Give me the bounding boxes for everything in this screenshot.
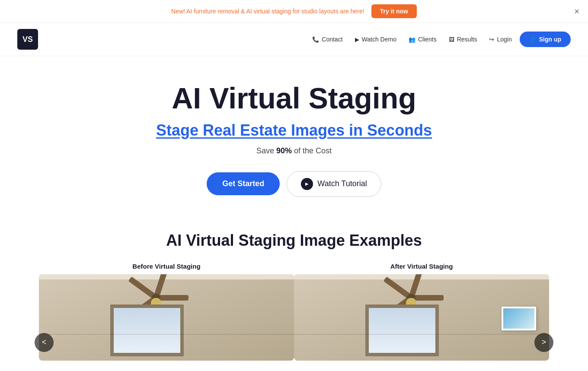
nav-item-results[interactable]: 🖼 Results [444, 33, 482, 45]
wall-painting [502, 307, 536, 330]
hero-subtitle: Stage Real Estate Images in Seconds [9, 121, 579, 140]
before-label: Before Virtual Staging [39, 263, 294, 270]
hero-title: AI Virtual Staging [9, 82, 579, 114]
user-icon: 👤 [529, 36, 537, 43]
wall-line-after [294, 334, 549, 335]
examples-wrapper: Before Virtual Staging [35, 263, 553, 361]
login-icon: ↪ [489, 36, 494, 43]
examples-grid: Before Virtual Staging [35, 263, 553, 361]
announcement-text: New! AI furniture removal & AI virtual s… [171, 8, 364, 15]
nav-item-watch-demo[interactable]: ▶ Watch Demo [351, 33, 401, 45]
nav-item-login[interactable]: ↪ Login [485, 33, 516, 45]
clients-icon: 👥 [409, 36, 415, 43]
logo: VS [17, 29, 38, 50]
phone-icon: 📞 [312, 36, 319, 43]
nav-link-login[interactable]: ↪ Login [485, 33, 516, 45]
announcement-bar: New! AI furniture removal & AI virtual s… [0, 0, 588, 23]
hero-section: AI Virtual Staging Stage Real Estate Ima… [0, 56, 588, 214]
hero-buttons: Get Started ▶ Watch Tutorial [9, 171, 579, 197]
wall-line [39, 334, 294, 335]
nav-link-results[interactable]: 🖼 Results [444, 33, 482, 45]
nav-link-clients[interactable]: 👥 Clients [404, 33, 441, 45]
before-column: Before Virtual Staging [39, 263, 294, 361]
examples-section: AI Virtual Staging Image Examples Before… [0, 214, 588, 361]
play-circle-icon: ▶ [301, 178, 313, 190]
close-announcement-button[interactable]: × [574, 7, 579, 16]
before-room-bg [39, 274, 294, 361]
nav-item-clients[interactable]: 👥 Clients [404, 33, 441, 45]
prev-button[interactable]: < [35, 333, 54, 352]
navigation: VS 📞 Contact ▶ Watch Demo 👥 Clients 🖼 Re… [0, 23, 588, 56]
hero-save-text: Save 90% of the Cost [9, 146, 579, 155]
signup-button[interactable]: 👤 Sign up [520, 32, 571, 47]
after-room-bg [294, 274, 549, 361]
nav-links: 📞 Contact ▶ Watch Demo 👥 Clients 🖼 Resul… [308, 32, 571, 47]
next-button[interactable]: > [534, 333, 553, 352]
after-image [294, 274, 549, 361]
window-before [110, 304, 184, 356]
after-column: After Virtual Staging [294, 263, 549, 361]
play-icon: ▶ [355, 36, 359, 43]
nav-item-contact[interactable]: 📞 Contact [308, 33, 347, 45]
nav-item-signup[interactable]: 👤 Sign up [520, 32, 571, 47]
after-label: After Virtual Staging [294, 263, 549, 270]
before-image [39, 274, 294, 361]
nav-link-watch-demo[interactable]: ▶ Watch Demo [351, 33, 401, 45]
watch-tutorial-button[interactable]: ▶ Watch Tutorial [287, 171, 381, 197]
get-started-button[interactable]: Get Started [207, 172, 280, 195]
try-it-button[interactable]: Try it now [371, 4, 417, 18]
nav-link-contact[interactable]: 📞 Contact [308, 33, 347, 45]
results-icon: 🖼 [449, 36, 454, 43]
examples-title: AI Virtual Staging Image Examples [9, 231, 579, 250]
save-percent: 90% [276, 146, 292, 155]
window-after [365, 304, 439, 356]
